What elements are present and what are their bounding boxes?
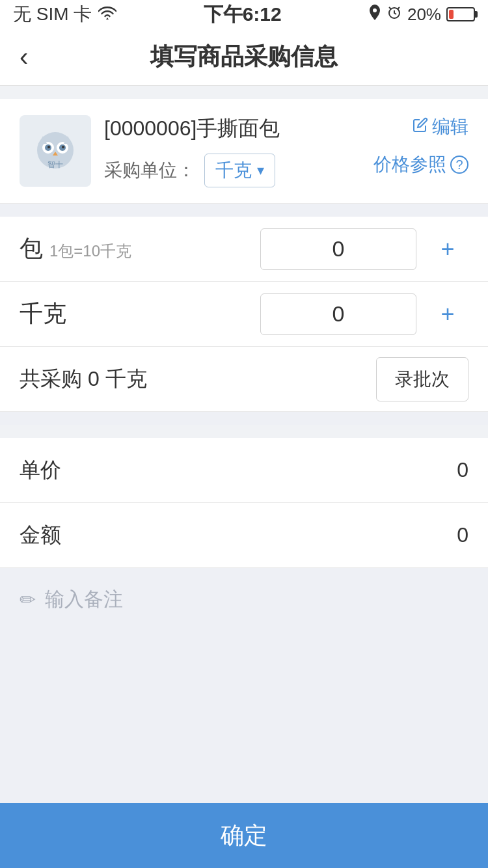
status-left: 无 SIM 卡 [13, 2, 116, 27]
svg-point-0 [373, 8, 377, 12]
nav-bar: ‹ 填写商品采购信息 [0, 29, 488, 86]
svg-text:智十: 智十 [47, 160, 63, 169]
kg-input-row: 千克 + [0, 282, 488, 347]
edit-label: 编辑 [432, 115, 468, 139]
bao-input-row: 包 1包=10千克 + [0, 217, 488, 282]
pencil-icon: ✏ [20, 588, 36, 611]
product-image: 智十 [20, 115, 91, 187]
kg-input[interactable] [260, 293, 416, 335]
remark-placeholder: 输入备注 [45, 586, 123, 613]
unit-selector[interactable]: 千克 ▾ [204, 154, 275, 187]
unit-label: 采购单位： [104, 158, 195, 183]
battery-percent: 20% [407, 5, 441, 25]
product-card: 智十 [0000006]手撕面包 采购单位： 千克 ▾ [0, 99, 488, 204]
amount-label: 金额 [20, 521, 61, 550]
signal-text: 无 SIM 卡 [13, 2, 92, 27]
alarm-icon [386, 5, 402, 25]
unit-price-value: 0 [457, 458, 468, 482]
section-divider-1 [0, 204, 488, 217]
kg-plus-button[interactable]: + [427, 293, 468, 335]
unit-value: 千克 [215, 158, 252, 183]
kg-label: 千克 [20, 298, 66, 330]
page-title: 填写商品采购信息 [150, 41, 338, 73]
status-time: 下午6:12 [204, 1, 282, 28]
content-area [0, 631, 488, 826]
price-section: 单价 0 金额 0 [0, 438, 488, 568]
bao-sub-label: 1包=10千克 [49, 241, 131, 262]
product-logo: 智十 [33, 126, 78, 177]
battery-icon [446, 7, 475, 21]
amount-row: 金额 0 [0, 503, 488, 568]
location-icon [368, 5, 381, 25]
unit-price-row: 单价 0 [0, 438, 488, 503]
price-ref-button[interactable]: 价格参照 ? [373, 152, 468, 177]
amount-value: 0 [457, 523, 468, 547]
confirm-button[interactable]: 确定 [0, 803, 488, 868]
bao-label: 包 [20, 233, 43, 265]
section-divider-2 [0, 412, 488, 425]
help-icon: ? [450, 156, 468, 174]
product-name: [0000006]手撕面包 [104, 115, 360, 143]
bao-plus-button[interactable]: + [427, 228, 468, 270]
wifi-icon [98, 4, 116, 25]
summary-row: 共采购 0 千克 录批次 [0, 347, 488, 412]
record-batch-button[interactable]: 录批次 [376, 357, 468, 401]
summary-text: 共采购 0 千克 [20, 365, 147, 394]
status-right: 20% [368, 5, 475, 25]
edit-icon [413, 116, 428, 137]
product-actions: 编辑 价格参照 ? [373, 115, 468, 177]
input-section: 包 1包=10千克 + 千克 + 共采购 0 千克 录批次 [0, 217, 488, 412]
unit-price-label: 单价 [20, 456, 61, 485]
price-ref-label: 价格参照 [373, 152, 446, 177]
remark-section[interactable]: ✏ 输入备注 [0, 568, 488, 631]
unit-arrow-icon: ▾ [257, 162, 264, 179]
back-button[interactable]: ‹ [20, 42, 28, 72]
product-unit-row: 采购单位： 千克 ▾ [104, 154, 360, 187]
product-info: [0000006]手撕面包 采购单位： 千克 ▾ [104, 115, 360, 187]
bao-input[interactable] [260, 228, 416, 270]
status-bar: 无 SIM 卡 下午6:12 [0, 0, 488, 29]
edit-button[interactable]: 编辑 [413, 115, 468, 139]
svg-point-7 [47, 146, 50, 148]
svg-point-8 [62, 146, 64, 148]
